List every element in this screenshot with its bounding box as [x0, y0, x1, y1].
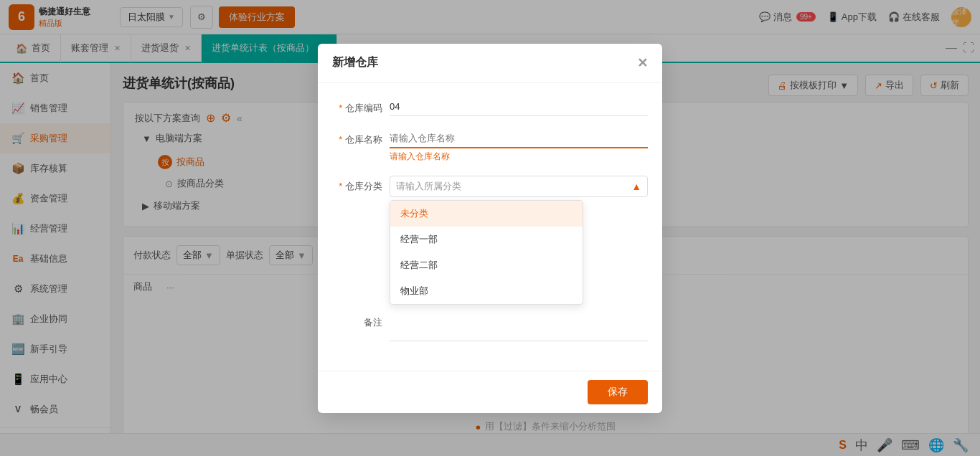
name-label: 仓库名称	[332, 129, 390, 146]
name-field: 请输入仓库名称	[390, 129, 648, 163]
category-label: 仓库分类	[332, 176, 390, 193]
modal-header: 新增仓库 ✕	[318, 44, 662, 83]
dropdown-item-dept3[interactable]: 物业部	[390, 278, 583, 304]
dropdown-item-dept2[interactable]: 经营二部	[390, 252, 583, 278]
modal-title: 新增仓库	[332, 55, 378, 70]
code-input[interactable]	[390, 98, 648, 116]
remark-label: 备注	[332, 312, 390, 329]
category-select[interactable]: 请输入所属分类 ▲	[390, 176, 648, 197]
category-placeholder: 请输入所属分类	[396, 180, 461, 193]
remark-input[interactable]	[390, 312, 648, 341]
form-row-remark: 备注	[332, 312, 648, 343]
name-input[interactable]	[390, 129, 648, 148]
dropdown-item-dept1[interactable]: 经营一部	[390, 227, 583, 252]
form-row-name: 仓库名称 请输入仓库名称	[332, 129, 648, 163]
add-warehouse-modal: 新增仓库 ✕ 仓库编码 仓库名称 请输入仓库名称 仓库分类	[318, 44, 662, 413]
modal-close-button[interactable]: ✕	[637, 55, 648, 71]
modal-footer: 保存	[318, 371, 662, 413]
name-error-msg: 请输入仓库名称	[390, 151, 648, 163]
code-label: 仓库编码	[332, 98, 390, 115]
category-field: 请输入所属分类 ▲ 未分类 经营一部 经营二部 物业部	[390, 176, 648, 197]
form-row-category: 仓库分类 请输入所属分类 ▲ 未分类 经营一部 经营二部 物业部	[332, 176, 648, 197]
code-field	[390, 98, 648, 116]
remark-field	[390, 312, 648, 343]
dropdown-item-none[interactable]: 未分类	[390, 201, 583, 227]
category-dropdown: 未分类 经营一部 经营二部 物业部	[390, 200, 583, 305]
save-button[interactable]: 保存	[588, 380, 648, 404]
form-row-code: 仓库编码	[332, 98, 648, 116]
modal-body: 仓库编码 仓库名称 请输入仓库名称 仓库分类 请输入所属分类	[318, 83, 662, 371]
category-arrow-icon: ▲	[631, 181, 641, 192]
modal-overlay[interactable]: 新增仓库 ✕ 仓库编码 仓库名称 请输入仓库名称 仓库分类	[0, 0, 980, 456]
